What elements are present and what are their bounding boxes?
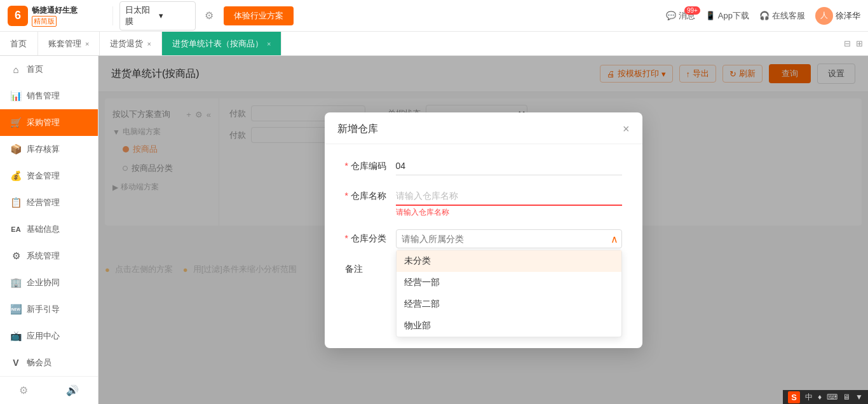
category-option-uncategorized[interactable]: 未分类 <box>397 250 621 272</box>
category-option-ops2[interactable]: 经营二部 <box>397 293 621 315</box>
member-icon: V <box>10 357 22 368</box>
tab-spacer <box>281 32 839 55</box>
purchase-icon: 🛒 <box>10 117 22 128</box>
content-area: 进货单统计(按商品) 🖨 按模板打印 ▾ ↑ 导出 ↻ 刷新 查询 设置 <box>98 56 868 404</box>
sidebar-label-corp: 企业协同 <box>27 277 60 288</box>
online-service-area[interactable]: 🎧 在线客服 <box>759 10 805 22</box>
system-icon: ⚙ <box>10 250 22 262</box>
dialog-title: 新增仓库 <box>337 123 378 136</box>
sidebar-label-basic: 基础信息 <box>27 224 60 235</box>
sidebar-item-home[interactable]: ⌂ 首页 <box>0 56 98 83</box>
home-icon: ⌂ <box>10 64 22 75</box>
phone-icon: 📱 <box>705 11 715 20</box>
tab-accounts[interactable]: 账套管理 × <box>38 32 100 55</box>
accounts-tab-close-icon[interactable]: × <box>85 40 89 48</box>
sidebar-label-home: 首页 <box>27 64 43 75</box>
finance-icon: 💰 <box>10 170 22 182</box>
req-star3: * <box>345 233 348 243</box>
notification-badge: 99+ <box>684 6 700 15</box>
topbar-right: 💬 消息 99+ 📱 App下载 🎧 在线客服 人 徐泽华 <box>666 7 860 25</box>
purchase-stats-tab-close-icon[interactable]: × <box>267 40 271 48</box>
user-area[interactable]: 人 徐泽华 <box>815 7 860 25</box>
purchase-return-tab-close-icon[interactable]: × <box>147 40 151 48</box>
main-layout: ⌂ 首页 📊 销售管理 🛒 采购管理 📦 库存核算 💰 资金管理 📋 经营 <box>0 56 868 404</box>
s-logo-icon: S <box>788 391 800 403</box>
sidebar-label-inventory: 库存核算 <box>27 144 60 155</box>
sidebar-item-inventory[interactable]: 📦 库存核算 <box>0 136 98 163</box>
apps-icon: 📺 <box>10 330 22 342</box>
dialog-close-button[interactable]: × <box>623 123 630 135</box>
logo-area: 6 畅捷通好生意 精简版 <box>8 5 106 27</box>
keyboard-icon: ⌨ <box>827 393 837 401</box>
req-star1: * <box>345 161 348 171</box>
store-chevron-icon: ▾ <box>159 11 190 20</box>
category-option-property[interactable]: 物业部 <box>397 315 621 337</box>
warehouse-code-input[interactable] <box>396 157 622 175</box>
category-toggle-icon[interactable]: ∧ <box>611 232 618 245</box>
sidebar-bottom: ⚙ 🔊 <box>0 376 98 404</box>
sidebar-sound-icon[interactable]: 🔊 <box>61 382 84 399</box>
logo-icon: 6 <box>8 6 28 26</box>
headset-icon: 🎧 <box>759 11 770 20</box>
sidebar-item-corp[interactable]: 🏢 企业协同 <box>0 269 98 296</box>
sidebar-scroll: ⌂ 首页 📊 销售管理 🛒 采购管理 📦 库存核算 💰 资金管理 📋 经营 <box>0 56 98 376</box>
category-dropdown: 未分类 经营一部 经营二部 物业部 <box>396 250 622 337</box>
sidebar-label-apps: 应用中心 <box>27 330 60 342</box>
warehouse-code-row: * 仓库编码 <box>345 157 622 175</box>
online-service-label: 在线客服 <box>772 10 805 22</box>
inventory-icon: 📦 <box>10 144 22 155</box>
store-selector[interactable]: 日太阳膜 ▾ <box>119 1 196 30</box>
warehouse-name-label: * 仓库名称 <box>345 187 396 202</box>
warehouse-category-label: * 仓库分类 <box>345 229 396 245</box>
tab-purchase-stats[interactable]: 进货单统计表（按商品） × <box>162 32 281 55</box>
tab-expand-icon[interactable]: ⊞ <box>856 39 863 48</box>
basic-icon: EA <box>10 224 22 235</box>
warehouse-category-input[interactable] <box>396 229 622 248</box>
sidebar-item-member[interactable]: V 畅会员 <box>0 349 98 376</box>
warehouse-name-error: 请输入仓库名称 <box>396 207 622 218</box>
modal-overlay: 新增仓库 × * 仓库编码 <box>98 56 868 404</box>
tab-home[interactable]: 首页 <box>0 32 38 55</box>
arrow-down-icon: ▼ <box>855 393 863 401</box>
logo-line1: 畅捷通好生意 <box>32 5 78 16</box>
sidebar-label-finance: 资金管理 <box>27 170 60 182</box>
notification-area[interactable]: 💬 消息 99+ <box>666 10 695 22</box>
sidebar-item-guide[interactable]: 🆕 新手引导 <box>0 296 98 323</box>
monitor-icon: 🖥 <box>843 393 850 401</box>
sidebar-item-sales[interactable]: 📊 销售管理 <box>0 83 98 109</box>
sidebar-item-basic[interactable]: EA 基础信息 <box>0 216 98 243</box>
dialog-header: 新增仓库 × <box>325 112 642 144</box>
sidebar-item-finance[interactable]: 💰 资金管理 <box>0 163 98 189</box>
warehouse-note-label: 备注 <box>345 260 396 275</box>
tab-minimize-icon[interactable]: ⊟ <box>844 39 851 48</box>
try-industry-button[interactable]: 体验行业方案 <box>224 6 294 25</box>
purchase-stats-tab-label: 进货单统计表（按商品） <box>172 38 263 50</box>
sidebar-label-purchase: 采购管理 <box>27 117 60 128</box>
warehouse-code-label: * 仓库编码 <box>345 157 396 172</box>
sidebar-item-system[interactable]: ⚙ 系统管理 <box>0 243 98 269</box>
corp-icon: 🏢 <box>10 277 22 288</box>
sidebar-item-apps[interactable]: 📺 应用中心 <box>0 323 98 349</box>
dot-icon: ♦ <box>818 393 822 401</box>
req-star2: * <box>345 191 348 201</box>
tab-purchase-return[interactable]: 进货退货 × <box>100 32 161 55</box>
message-icon: 💬 <box>666 11 676 20</box>
warehouse-name-input[interactable] <box>396 187 622 206</box>
app-download-area[interactable]: 📱 App下载 <box>705 10 749 22</box>
sidebar-settings-icon[interactable]: ⚙ <box>14 382 33 399</box>
avatar: 人 <box>815 7 833 25</box>
new-warehouse-dialog: 新增仓库 × * 仓库编码 <box>325 112 642 348</box>
warehouse-name-wrap: 请输入仓库名称 <box>396 187 622 218</box>
logo-badge: 精简版 <box>32 16 57 27</box>
topbar: 6 畅捷通好生意 精简版 日太阳膜 ▾ ⚙ 体验行业方案 💬 消息 99+ 📱 … <box>0 0 868 32</box>
settings-icon[interactable]: ⚙ <box>205 10 214 22</box>
sidebar-label-sales: 销售管理 <box>27 90 60 102</box>
store-name: 日太阳膜 <box>125 4 156 27</box>
sidebar-item-purchase[interactable]: 🛒 采购管理 <box>0 109 98 136</box>
sidebar-label-system: 系统管理 <box>27 250 60 262</box>
category-option-ops1[interactable]: 经营一部 <box>397 272 621 293</box>
sidebar-label-member: 畅会员 <box>27 357 51 368</box>
sidebar-item-ops[interactable]: 📋 经营管理 <box>0 189 98 216</box>
sidebar-label-guide: 新手引导 <box>27 304 60 315</box>
username-label: 徐泽华 <box>836 10 860 22</box>
